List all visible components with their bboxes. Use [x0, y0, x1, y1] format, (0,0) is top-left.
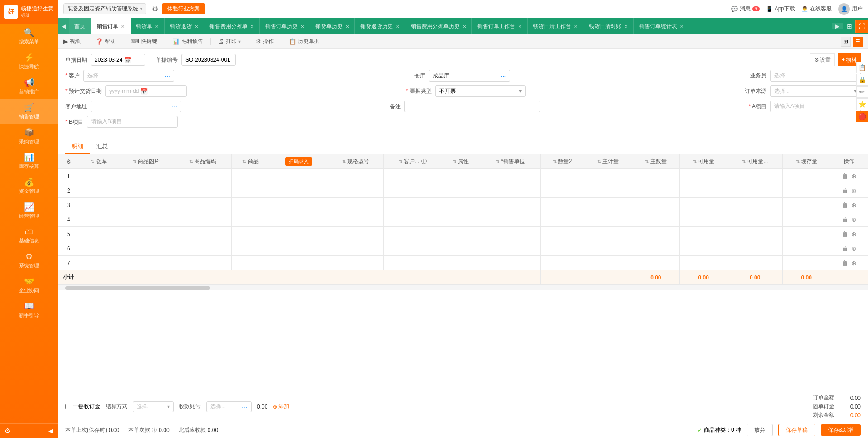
receipt-input[interactable]: 选择... ···	[206, 401, 252, 412]
cell-available[interactable]	[680, 169, 727, 183]
delete-icon[interactable]: 🗑	[842, 216, 848, 223]
tab-close-icon[interactable]: ✕	[155, 24, 159, 29]
th-available2[interactable]: ⇅ 可用量...	[727, 154, 783, 169]
copy-icon[interactable]: ⊕	[851, 216, 857, 223]
scan-btn[interactable]: 扫码录入	[285, 157, 312, 166]
tab-order-history[interactable]: 销售订单历史 ✕	[260, 18, 310, 34]
cell-img[interactable]	[118, 169, 175, 183]
tab-daily-workbench[interactable]: 钱货日清工作台 ✕	[528, 18, 583, 34]
warehouse-dots-icon[interactable]: ···	[501, 72, 506, 79]
sidebar-item-operation[interactable]: 📈 经营管理	[0, 198, 58, 223]
tab-daily-reconcile[interactable]: 钱货日清对账 ✕	[583, 18, 634, 34]
tab-fullscreen-btn[interactable]: ⛶	[855, 20, 868, 33]
tab-order-workbench[interactable]: 销售订单工作台 ✕	[472, 18, 528, 34]
cell-unit[interactable]	[480, 169, 541, 183]
address-input[interactable]: ···	[91, 101, 181, 112]
a-project-input[interactable]: 请输入A项目	[770, 101, 861, 112]
cell-product[interactable]	[231, 169, 270, 183]
sub-toolbar-list-btn[interactable]: ☰	[853, 37, 863, 47]
tab-close-icon[interactable]: ✕	[301, 24, 304, 29]
receipt-dots-icon[interactable]: ···	[242, 403, 247, 410]
number-field[interactable]: SO-20230324-001	[181, 54, 236, 66]
sidebar-item-shortcuts[interactable]: ⚡ 快捷导航	[0, 49, 58, 74]
tab-close-icon[interactable]: ✕	[345, 24, 349, 29]
cell-qty2[interactable]	[540, 169, 584, 183]
cell-spec[interactable]	[327, 169, 384, 183]
delete-icon[interactable]: 🗑	[842, 187, 848, 194]
cell-code[interactable]	[175, 169, 231, 183]
remark-input[interactable]	[404, 101, 540, 112]
th-attr[interactable]: ⇅ 属性	[441, 154, 480, 169]
tab-close-icon[interactable]: ✕	[624, 24, 628, 29]
b-project-input[interactable]: 请输入B项目	[87, 116, 178, 128]
tab-sales-return[interactable]: 销货退货 ✕	[165, 18, 204, 34]
delete-icon[interactable]: 🗑	[842, 202, 848, 209]
sidebar-item-sales[interactable]: 🛒 销售管理	[0, 99, 58, 124]
tab-sales-order[interactable]: 销售订单 ✕	[91, 18, 131, 34]
topbar-gear-icon[interactable]: ⚙	[152, 5, 158, 13]
delete-icon[interactable]: 🗑	[842, 173, 848, 180]
tab-nav-left[interactable]: ◀	[58, 18, 69, 34]
industry-btn[interactable]: 体验行业方案	[162, 3, 205, 14]
sidebar-item-finance[interactable]: 💰 资金管理	[0, 173, 58, 198]
th-customer-ref[interactable]: ⇅ 客户... ⓘ	[384, 154, 441, 169]
tab-close-icon[interactable]: ✕	[194, 24, 198, 29]
staff-input[interactable]: 选择...	[770, 70, 861, 82]
customer-input[interactable]: 选择... ···	[83, 70, 174, 82]
settings-btn[interactable]: ⚙ 设置	[810, 53, 835, 66]
copy-icon[interactable]: ⊕	[851, 173, 857, 180]
right-alert-btn[interactable]: 🔴	[856, 111, 868, 122]
tab-return-history[interactable]: 销货退货历史 ✕	[355, 18, 405, 34]
message-btn[interactable]: 💬 消息 9	[731, 5, 760, 13]
delete-icon[interactable]: 🗑	[842, 231, 848, 238]
sidebar-item-enterprise[interactable]: 🤝 企业协同	[0, 273, 58, 298]
tab-summary[interactable]: 汇总	[90, 140, 114, 154]
tab-detail[interactable]: 明细	[65, 140, 90, 154]
app-download-btn[interactable]: 📱 App下载	[766, 5, 795, 13]
sidebar-item-marketing[interactable]: 📢 营销推广	[0, 74, 58, 99]
tab-close-icon[interactable]: ✕	[396, 24, 399, 29]
toolbar-history[interactable]: 📋 历史单据	[289, 38, 320, 45]
cell-main-qty[interactable]	[632, 169, 679, 183]
save-new-btn[interactable]: 保存&新增	[821, 424, 861, 436]
th-unit[interactable]: ⇅ *销售单位	[480, 154, 541, 169]
tab-sales-stats[interactable]: 销售订单统计表 ✕	[634, 18, 689, 34]
customer-dots-icon[interactable]: ···	[165, 72, 170, 79]
delivery-input[interactable]: yyyy-mm-dd 📅	[105, 85, 187, 97]
th-available[interactable]: ⇅ 可用量	[680, 154, 727, 169]
order-source-select[interactable]: 选择... ▾	[770, 85, 861, 97]
address-dots-icon[interactable]: ···	[172, 103, 177, 110]
th-warehouse[interactable]: ⇅ 仓库	[79, 154, 118, 169]
cell-attr[interactable]	[441, 169, 480, 183]
delete-icon[interactable]: 🗑	[842, 260, 848, 267]
tab-close-icon[interactable]: ✕	[250, 24, 254, 29]
th-gear[interactable]: ⚙	[58, 154, 79, 169]
right-edit-btn[interactable]: ✏	[856, 86, 868, 98]
online-service-btn[interactable]: 👨‍💼 在线客服	[801, 5, 832, 13]
collapse-icon[interactable]: ◀	[48, 427, 53, 434]
tab-close-icon[interactable]: ✕	[680, 24, 684, 29]
tab-nav-right[interactable]: ▶	[832, 23, 843, 29]
discard-btn[interactable]: 放弃	[747, 424, 773, 436]
sidebar-item-search[interactable]: 🔍 搜索菜单	[0, 24, 58, 49]
app-selector[interactable]: 装备及固定资产辅助管理系统 ▾	[63, 3, 146, 14]
th-main-unit[interactable]: ⇅ 主计量	[584, 154, 632, 169]
tab-close-icon[interactable]: ✕	[574, 24, 577, 29]
sidebar-item-inventory[interactable]: 📊 库存核算	[0, 149, 58, 173]
copy-icon[interactable]: ⊕	[851, 231, 857, 238]
tab-sales-goods[interactable]: 销货单 ✕	[131, 18, 165, 34]
tab-close-icon[interactable]: ✕	[121, 24, 125, 29]
toolbar-video[interactable]: ▶ 视频	[63, 38, 81, 45]
gear-icon[interactable]: ⚙	[66, 159, 71, 165]
tab-fee-split[interactable]: 销售费用分摊单 ✕	[204, 18, 260, 34]
copy-icon[interactable]: ⊕	[851, 245, 857, 252]
settings-bottom-icon[interactable]: ⚙	[5, 427, 10, 434]
th-product[interactable]: ⇅ 商品	[231, 154, 270, 169]
toolbar-help[interactable]: ❓ 帮助	[96, 38, 116, 45]
tab-expand-btn[interactable]: ⊞	[843, 20, 855, 33]
toolbar-print[interactable]: 🖨 打印 ▾	[218, 38, 241, 45]
invoice-select[interactable]: 不开票 ▾	[435, 85, 526, 97]
user-btn[interactable]: 👤 用户	[838, 3, 863, 15]
tab-fee-history[interactable]: 销售费用分摊单历史 ✕	[405, 18, 472, 34]
th-img[interactable]: ⇅ 商品图片	[118, 154, 175, 169]
